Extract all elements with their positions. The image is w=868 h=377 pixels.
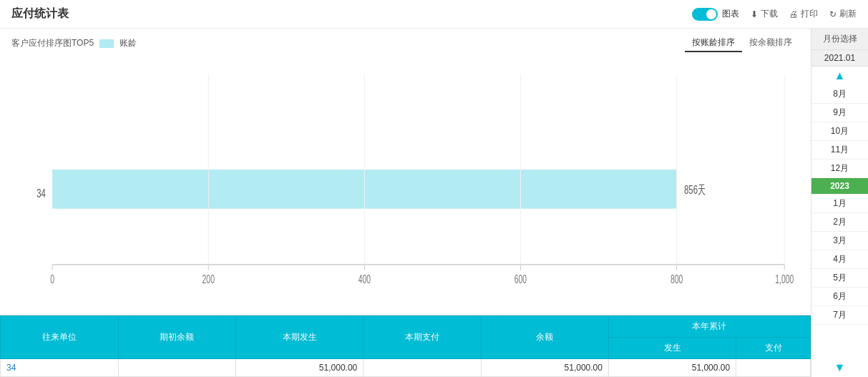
td-balance: 51,000.00 (481, 359, 608, 377)
print-label: 打印 (801, 8, 818, 20)
page-title: 应付统计表 (11, 6, 69, 21)
td-occurrence: 51,000.00 (236, 359, 364, 377)
sidebar-month-12[interactable]: 12月 (811, 160, 868, 178)
svg-text:856天: 856天 (684, 183, 706, 197)
svg-text:0: 0 (50, 273, 54, 286)
table-section: 往来单位 期初余额 本期发生 本期支付 余额 本年累计 发生 支付 (0, 315, 811, 377)
chart-toggle-wrapper: 图表 (692, 8, 739, 21)
sidebar-month-11[interactable]: 11月 (811, 141, 868, 160)
th-occurrence: 本期发生 (236, 316, 364, 359)
print-button[interactable]: 🖨 打印 (789, 8, 818, 20)
download-button[interactable]: ⬇ 下载 (751, 8, 778, 20)
sidebar-header: 月份选择 (811, 29, 868, 50)
sidebar-month-2[interactable]: 2月 (811, 213, 868, 232)
chart-section: 客户应付排序图TOP5 账龄 按账龄排序 按余额排序 34 856天 (0, 29, 811, 377)
svg-text:34: 34 (36, 187, 46, 200)
td-ytd-pay (736, 359, 811, 377)
th-balance: 余额 (481, 316, 608, 359)
svg-text:1,000: 1,000 (775, 273, 794, 286)
th-payment: 本期支付 (364, 316, 482, 359)
print-icon: 🖨 (789, 9, 798, 19)
sidebar-month-7[interactable]: 7月 (811, 306, 868, 325)
sidebar-month-8[interactable]: 8月 (811, 85, 868, 104)
refresh-icon: ↻ (829, 9, 837, 19)
sort-by-balance-button[interactable]: 按账龄排序 (685, 34, 742, 52)
sidebar-month-9[interactable]: 9月 (811, 104, 868, 122)
legend-box (99, 39, 114, 48)
sidebar-up-button[interactable]: ▲ (811, 67, 868, 85)
sidebar-month-list: 8月 9月 10月 11月 12月 2023 1月 2月 3月 4月 5月 6月… (811, 85, 868, 358)
download-label: 下载 (761, 8, 778, 20)
sidebar-year-2023[interactable]: 2023 (811, 178, 868, 195)
svg-text:400: 400 (359, 273, 371, 286)
sidebar-month-6[interactable]: 6月 (811, 288, 868, 306)
sort-by-amount-button[interactable]: 按余额排序 (742, 34, 799, 52)
sidebar-down-button[interactable]: ▼ (811, 358, 868, 377)
app-container: 应付统计表 图表 ⬇ 下载 🖨 打印 ↻ 刷新 (0, 0, 868, 377)
chart-legend: 客户应付排序图TOP5 账龄 (11, 37, 137, 49)
chart-wrapper: 34 856天 0 200 400 600 (0, 58, 811, 315)
legend-text: 客户应付排序图TOP5 (11, 37, 94, 49)
main-content: 客户应付排序图TOP5 账龄 按账龄排序 按余额排序 34 856天 (0, 29, 868, 377)
svg-text:200: 200 (203, 273, 215, 286)
svg-text:800: 800 (670, 273, 683, 286)
th-opening: 期初余额 (118, 316, 236, 359)
bar-chart: 34 856天 0 200 400 600 (11, 58, 799, 315)
sort-buttons: 按账龄排序 按余额排序 (685, 34, 799, 52)
chart-header: 客户应付排序图TOP5 账龄 按账龄排序 按余额排序 (0, 29, 811, 58)
sidebar-month-3[interactable]: 3月 (811, 232, 868, 250)
td-opening (118, 359, 236, 377)
refresh-button[interactable]: ↻ 刷新 (829, 8, 857, 20)
unit-link[interactable]: 34 (6, 363, 16, 373)
th-ytd-group: 本年累计 (608, 316, 810, 338)
th-unit: 往来单位 (1, 316, 119, 359)
chart-toggle[interactable] (692, 8, 718, 21)
legend-box-label: 账龄 (120, 37, 137, 49)
sidebar-month-4[interactable]: 4月 (811, 250, 868, 269)
td-unit: 34 (1, 359, 119, 377)
refresh-label: 刷新 (839, 8, 857, 20)
download-icon: ⬇ (751, 9, 758, 19)
chart-toggle-label: 图表 (722, 8, 739, 20)
svg-text:600: 600 (515, 273, 527, 286)
td-payment (364, 359, 482, 377)
td-ytd-occ: 51,000.00 (608, 359, 736, 377)
sidebar: 月份选择 2021.01 ▲ 8月 9月 10月 11月 12月 2023 1月… (811, 29, 868, 377)
header-actions: 图表 ⬇ 下载 🖨 打印 ↻ 刷新 (692, 8, 857, 21)
sidebar-current-month: 2021.01 (811, 50, 868, 67)
th-ytd-occ: 发生 (608, 338, 736, 359)
sidebar-month-5[interactable]: 5月 (811, 269, 868, 288)
sidebar-month-1[interactable]: 1月 (811, 195, 868, 213)
data-table: 往来单位 期初余额 本期发生 本期支付 余额 本年累计 发生 支付 (0, 315, 811, 377)
header: 应付统计表 图表 ⬇ 下载 🖨 打印 ↻ 刷新 (0, 0, 868, 29)
sidebar-month-10[interactable]: 10月 (811, 122, 868, 141)
th-ytd-pay: 支付 (736, 338, 811, 359)
table-row: 34 51,000.00 51,000.00 51,000.00 (1, 359, 811, 377)
